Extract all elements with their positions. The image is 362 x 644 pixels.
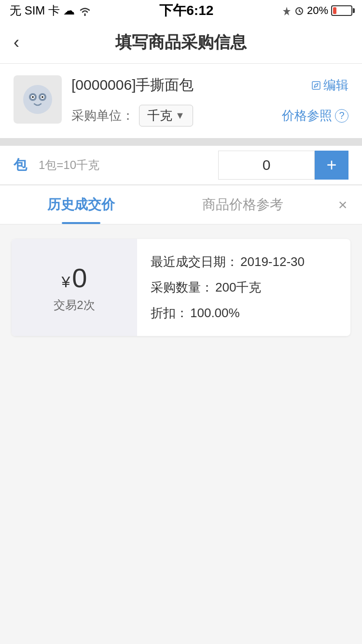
status-right: 20%	[282, 4, 352, 17]
status-time: 下午6:12	[159, 1, 213, 20]
svg-rect-11	[312, 82, 320, 89]
transaction-count: 交易2次	[54, 297, 95, 313]
quantity-unit-label: 包	[14, 156, 27, 174]
tabs-container: 历史成交价 商品价格参考 ×	[0, 185, 362, 224]
main-content: ¥ 0 交易2次 最近成交日期： 2019-12-30 采购数量： 200千克 …	[0, 224, 362, 514]
product-thumbnail	[14, 75, 62, 124]
detail-row-quantity: 采购数量： 200千克	[151, 279, 337, 296]
product-name: [0000006]手撕面包	[71, 75, 194, 95]
status-bar: 无 SIM 卡 ☁ 下午6:12 20%	[0, 0, 362, 21]
edit-button[interactable]: 编辑	[311, 77, 348, 94]
product-unit-row: 采购单位： 千克 ▼ 价格参照 ?	[71, 105, 348, 126]
nav-bar: ‹ 填写商品采购信息	[0, 21, 362, 64]
product-logo	[21, 83, 55, 116]
quantity-row: 包 1包=10千克 0 +	[0, 146, 362, 184]
battery-percent: 20%	[307, 4, 328, 17]
sim-label: 无 SIM 卡 ☁	[10, 3, 75, 18]
detail-row-discount: 折扣： 100.00%	[151, 305, 337, 322]
page-title: 填写商品采购信息	[115, 31, 247, 54]
unit-select[interactable]: 千克 ▼	[139, 105, 193, 126]
product-card: [0000006]手撕面包 编辑 采购单位： 千克 ▼ 价格参照 ?	[0, 64, 362, 138]
section-divider	[0, 138, 362, 146]
detail-row-date: 最近成交日期： 2019-12-30	[151, 253, 337, 270]
svg-point-9	[32, 96, 34, 98]
quantity-plus-button[interactable]: +	[315, 151, 348, 180]
transaction-card: ¥ 0 交易2次 最近成交日期： 2019-12-30 采购数量： 200千克 …	[12, 239, 350, 336]
svg-point-4	[23, 85, 52, 114]
tab-product-price[interactable]: 商品价格参考	[162, 185, 323, 224]
alarm-icon	[294, 6, 304, 15]
edit-icon	[311, 80, 321, 91]
product-info: [0000006]手撕面包 编辑 采购单位： 千克 ▼ 价格参照 ?	[71, 75, 348, 126]
svg-point-10	[42, 96, 43, 98]
back-button[interactable]: ‹	[14, 32, 19, 53]
help-icon: ?	[335, 109, 348, 123]
wifi-icon	[79, 5, 91, 16]
location-icon	[282, 6, 292, 15]
price-value: 0	[72, 262, 87, 294]
product-header: [0000006]手撕面包 编辑	[71, 75, 348, 95]
tab-history-price[interactable]: 历史成交价	[0, 185, 162, 224]
chevron-down-icon: ▼	[175, 110, 185, 121]
transaction-summary: ¥ 0 交易2次	[12, 239, 137, 336]
tab-active-indicator	[62, 222, 100, 224]
tab-close-button[interactable]: ×	[323, 185, 362, 224]
unit-label: 采购单位：	[71, 107, 134, 124]
svg-marker-0	[283, 7, 291, 15]
transaction-price: ¥ 0	[62, 262, 87, 294]
svg-line-3	[299, 11, 301, 12]
transaction-details: 最近成交日期： 2019-12-30 采购数量： 200千克 折扣： 100.0…	[137, 239, 350, 336]
status-left: 无 SIM 卡 ☁	[10, 3, 91, 18]
quantity-control: 0 +	[218, 151, 348, 180]
quantity-input[interactable]: 0	[218, 151, 315, 180]
battery-icon	[331, 5, 352, 16]
quantity-conversion-label: 1包=10千克	[39, 157, 99, 173]
currency-symbol: ¥	[62, 273, 70, 291]
price-reference-button[interactable]: 价格参照 ?	[282, 107, 348, 124]
